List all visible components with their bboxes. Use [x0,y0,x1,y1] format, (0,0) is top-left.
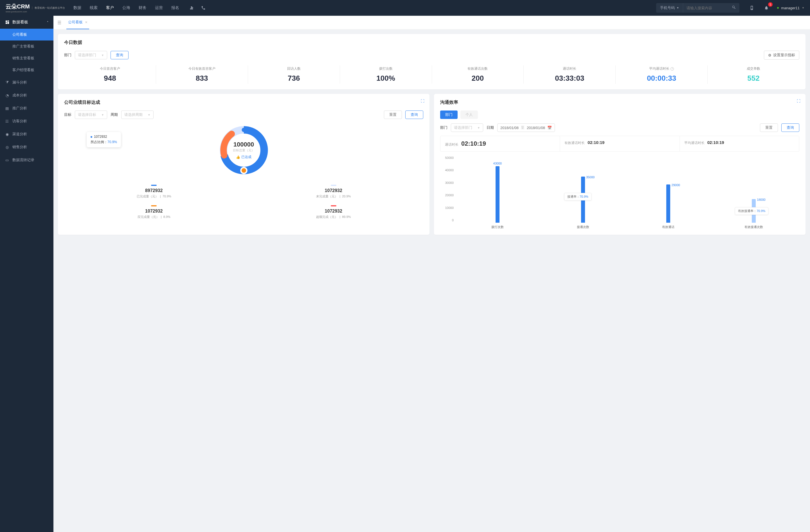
bar-slot: 29000有效通话 [626,156,711,229]
kpi-label: 平均通话时长? [617,66,706,71]
thumbs-up-icon: 👍 [236,155,240,159]
sidebar-item[interactable]: 公司看板 [0,29,53,40]
kpi-value: 736 [249,74,339,83]
kpi: 通话时长03:33:03 [524,65,616,84]
sidebar-item[interactable]: ▭数据流转记录 [0,153,53,166]
kpi-value: 552 [709,74,798,83]
sidebar-item[interactable]: ◎销售分析 [0,140,53,153]
header: 云朵CRM www.yunduocrm.com 教育机构一站式服务云平台 数据线… [0,0,810,16]
user-menu[interactable]: manager11 ▼ [777,6,804,10]
tabs-bar: ☰ 公司看板 ✕ [53,16,810,30]
sidebar-item[interactable]: 销售主管看板 [0,52,53,64]
notif-badge: 5 [768,2,773,7]
query-button[interactable]: 查询 [781,123,799,132]
calendar-icon: 📅 [547,126,552,130]
bell-icon[interactable]: 5 [762,4,770,12]
chevron-down-icon: ▼ [101,54,104,57]
sidebar-item[interactable]: ▤推广分析 [0,102,53,115]
dept-select[interactable]: 请选择部门 ▼ [75,51,107,59]
expand-icon[interactable]: ⛶ [421,99,424,103]
logo-tagline: 教育机构一站式服务云平台 [32,6,65,10]
sidebar-item[interactable]: ◉渠道分析 [0,128,53,140]
sidebar-item[interactable]: 客户经理看板 [0,64,53,76]
settings-button[interactable]: ⚙ 设置显示指标 [764,51,799,60]
dept-label: 部门 [64,53,71,57]
nav-item[interactable]: 线索 [90,5,98,11]
tab[interactable]: 部门 [440,111,458,119]
svg-point-4 [241,168,247,173]
summary-item: 平均通话时长02:10:19 [680,136,799,151]
goal-label: 目标 [64,112,71,117]
search-type-select[interactable]: 手机号码 ▼ [656,3,683,13]
tab-company-dashboard[interactable]: 公司看板 ✕ [66,16,89,29]
nav-item[interactable]: 报名 [171,5,179,11]
kpi-value: 833 [157,74,247,83]
period-select[interactable]: 请选择周期▼ [121,111,153,119]
kpi-label: 有效通话次数 [433,66,522,71]
svg-point-3 [242,128,246,132]
sidebar-item[interactable]: ⧩漏斗分析 [0,76,53,89]
nav-item[interactable]: 财务 [139,5,147,11]
nav-item[interactable]: 客户 [106,5,114,11]
info-icon[interactable]: ? [670,67,674,70]
logo-url: www.yunduocrm.com [6,11,30,13]
search-type-label: 手机号码 [660,5,675,11]
add-user-icon[interactable] [188,4,195,12]
comm-card: ⛶ 沟通效率 部门个人 部门 请选择部门▼ 日期 2018/01/08 至 20… [434,94,806,235]
kpi-value: 100% [341,74,431,83]
stat: 1072932未完成量（元） | 20.9% [244,181,424,202]
close-icon[interactable]: ✕ [85,20,87,24]
expand-icon[interactable]: ⛶ [797,99,800,103]
kpi-value: 948 [65,74,155,83]
search-input[interactable] [683,6,728,10]
user-name: manager11 [781,6,799,10]
search-icon[interactable] [728,5,740,11]
nav-item[interactable]: 公海 [122,5,130,11]
target-card: ⛶ 公司业绩目标达成 目标 请选择目标▼ 周期 请选择周期▼ 重置 查询 [58,94,430,235]
date-range-input[interactable]: 2018/01/08 至 2018/01/08 📅 [497,123,555,132]
search-box: 手机号码 ▼ [656,3,740,13]
donut-sub: 目标总量（元） [233,148,255,152]
reset-button[interactable]: 重置 [760,123,778,132]
nav-item[interactable]: 运营 [155,5,163,11]
tooltip: 1072932 所占比例：70.9% [87,132,121,147]
sidebar-item[interactable]: ◔成本分析 [0,89,53,102]
dept-label: 部门 [440,125,448,130]
logo-text: 云朵CRM [6,3,30,11]
kpi: 回访人数736 [248,65,340,84]
summary-item: 有效通话时长02:10:19 [560,136,680,151]
card-title: 公司业绩目标达成 [64,100,423,105]
sidebar-item[interactable]: 推广主管看板 [0,40,53,52]
query-button[interactable]: 查询 [405,111,423,119]
sidebar: 数据看板 ˄ 公司看板推广主管看板销售主管看板客户经理看板 ⧩漏斗分析◔成本分析… [0,16,53,532]
sidebar-group-dashboard[interactable]: 数据看板 ˄ [0,16,53,29]
dept-select[interactable]: 请选择部门▼ [451,123,483,132]
menu-icon[interactable]: ☰ [58,20,61,25]
summary-item: 通话时长02:10:19 [440,136,560,151]
kpi-label: 通话时长 [525,66,614,71]
kpi: 今日有效首咨客户833 [156,65,248,84]
reset-button[interactable]: 重置 [384,111,402,119]
tab[interactable]: 个人 [460,111,478,119]
kpi: 今日首咨客户948 [64,65,156,84]
sidebar-item[interactable]: ☷访客分析 [0,115,53,128]
card-title: 沟通效率 [440,100,799,105]
top-nav: 数据线索客户公海财务运营报名 [74,5,179,11]
mobile-icon[interactable] [748,4,756,12]
main: ☰ 公司看板 ✕ 今日数据 部门 请选择部门 ▼ 查询 ⚙ [53,16,810,532]
logo: 云朵CRM www.yunduocrm.com 教育机构一站式服务云平台 [6,3,65,13]
gear-icon: ⚙ [768,53,772,57]
tab-label: 公司看板 [68,20,83,25]
bar-slot: 35000接通率：70.9%接通次数 [540,156,626,229]
chevron-down-icon: ▼ [802,6,804,9]
stat: 8972932已完成量（元） | 70.9% [64,181,244,202]
phone-icon[interactable] [199,4,207,12]
nav-item[interactable]: 数据 [74,5,81,11]
query-button[interactable]: 查询 [111,51,129,59]
bar-chart: 50000400003000020000100000 43000拨打次数3500… [440,156,799,229]
kpi: 成交单数552 [708,65,799,84]
kpi-value: 03:33:03 [525,74,614,83]
kpi: 有效通话次数200 [432,65,524,84]
donut-chart: 100000 目标总量（元） 👍 已达成 1072932 所占比例：70.9% [64,123,423,177]
goal-select[interactable]: 请选择目标▼ [75,111,107,119]
